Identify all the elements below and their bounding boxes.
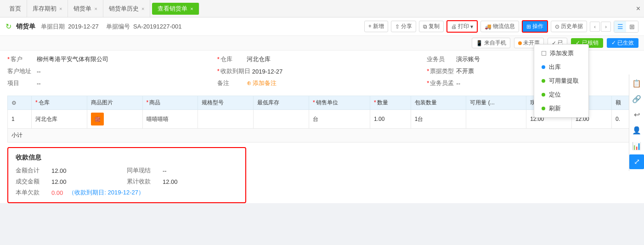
logistics-button-label: 物流信息 (493, 23, 515, 30)
sidebar-icon-link[interactable]: 🔗 (629, 92, 644, 107)
list-view-button[interactable]: ☰ (614, 21, 626, 32)
col-quantity: 数量 (370, 96, 411, 110)
sidebar-icon-user[interactable]: 👤 (629, 123, 644, 138)
dropdown-item-locate[interactable]: 定位 (534, 88, 588, 102)
tab-inventory-init-close[interactable]: × (59, 6, 62, 11)
share-button[interactable]: ⇧ 分享 (391, 21, 416, 32)
meta-date-label: 单据日期 2019-12-27 (41, 23, 99, 31)
new-button[interactable]: + 新增 (364, 21, 388, 32)
toolbar: ↻ 销货单 单据日期 2019-12-27 单据编号 SA-20191227-0… (0, 17, 644, 36)
mobile-button-label: 来自手机 (484, 39, 506, 47)
cumulative-payment-value: 12.00 (163, 178, 178, 185)
operations-button[interactable]: ⊞ 操作 (522, 20, 548, 33)
nav-arrows: ‹ › (590, 22, 611, 32)
settings-icon[interactable]: ⚙ (11, 100, 17, 106)
dropdown-item-available-qty[interactable]: 可用量提取 (534, 74, 588, 88)
doc-meta: 单据日期 2019-12-27 单据编号 SA-20191227-001 (41, 23, 182, 31)
sidebar-icon-clipboard[interactable]: 📋 (629, 76, 644, 91)
col-settings: ⚙ (8, 96, 32, 110)
dropdown-item-refresh[interactable]: 刷新 (534, 102, 588, 115)
operations-dropdown: 添加发票 出库 可用量提取 定位 刷新 (534, 44, 589, 118)
copy-icon: ⧉ (423, 23, 427, 30)
tab-bar: 首页 库存期初 × 销货单 × 销货单历史 × 查看销货单 × × (0, 0, 644, 17)
effective-badge: ✓ 已生效 (607, 38, 638, 48)
due-date-field: 收款到期日 2019-12-27 (217, 67, 427, 75)
window-close-button[interactable]: × (636, 5, 640, 13)
dropdown-item-add-invoice[interactable]: 添加发票 (534, 46, 588, 60)
total-amount-row: 金额合计 12.00 (16, 166, 127, 175)
remark-field: 备注 ⊕ 添加备注 (217, 79, 427, 87)
same-order-settlement-row: 同单现结 -- (127, 166, 238, 175)
add-invoice-label: 添加发票 (550, 49, 574, 57)
due-date-note: （收款到期日: 2019-12-27） (68, 188, 144, 197)
history-icon: ⊙ (555, 23, 559, 30)
summary-section: 收款信息 金额合计 12.00 同单现结 -- 成交金额 12.00 累计收款 … (7, 147, 246, 203)
col-spec: 规格型号 (198, 96, 254, 110)
row-product-img: 🧱 (87, 110, 142, 129)
transaction-amount-label: 成交金额 (16, 177, 48, 186)
address-label: 客户地址 (7, 67, 35, 75)
doc-icon: ↻ (6, 22, 11, 31)
row-min-stock (254, 110, 309, 129)
tab-sales-order-history-label: 销货单历史 (109, 5, 139, 13)
meta-no-label: 单据编号 SA-20191227-001 (106, 23, 182, 31)
add-remark-label: 添加备注 (253, 80, 277, 86)
tab-sales-order-history[interactable]: 销货单历史 × (103, 0, 150, 17)
tab-sales-order-history-close[interactable]: × (141, 6, 144, 11)
total-amount-label: 金额合计 (16, 166, 48, 175)
due-date-value: 2019-12-27 (250, 68, 285, 75)
copy-button[interactable]: ⧉ 复制 (419, 21, 444, 32)
warehouse-value: 河北仓库 (245, 55, 272, 63)
print-button-label: 打印 (458, 23, 469, 30)
effective-badge-label: 已生效 (617, 40, 634, 46)
prev-record-button[interactable]: ‹ (590, 22, 600, 32)
pending-dot-icon (518, 41, 522, 45)
same-order-settlement-label: 同单现结 (127, 166, 159, 175)
sidebar-icon-expand[interactable]: ⤢ (629, 154, 644, 169)
history-button-label: 历史单据 (561, 23, 583, 30)
logistics-button[interactable]: 🚚 物流信息 (480, 21, 519, 32)
mobile-button[interactable]: 📱 来自手机 (472, 38, 510, 48)
due-date-label: 收款到期日 (217, 67, 250, 75)
share-icon: ⇧ (395, 23, 400, 30)
warehouse-field: 仓库 河北仓库 (217, 55, 427, 63)
operations-icon: ⊞ (526, 23, 531, 30)
tab-sales-order[interactable]: 销货单 × (68, 0, 103, 17)
remark-label: 备注 (217, 79, 245, 87)
tab-view-sales-order-label: 查看销货单 (158, 5, 187, 13)
tab-inventory-init[interactable]: 库存期初 × (27, 0, 68, 17)
print-button[interactable]: 🖨 打印 ▾ (446, 20, 478, 33)
print-dropdown-icon: ▾ (470, 23, 473, 30)
next-record-button[interactable]: › (601, 22, 611, 32)
total-amount-value: 12.00 (51, 167, 67, 174)
transaction-amount-value: 12.00 (51, 178, 67, 185)
col-product-img: 商品图片 (87, 96, 142, 110)
subtotal-label: 小计 (8, 129, 637, 142)
row-no: 1 (8, 110, 32, 129)
tab-view-sales-order-close[interactable]: × (190, 6, 193, 11)
dropdown-item-outbound[interactable]: 出库 (534, 60, 588, 74)
tab-home[interactable]: 首页 (4, 0, 27, 17)
tab-view-sales-order[interactable]: 查看销货单 × (152, 3, 199, 15)
sidebar-icon-chart[interactable]: 📊 (629, 139, 644, 154)
locate-icon (542, 93, 545, 97)
row-quantity: 1.00 (370, 110, 411, 129)
effective-icon: ✓ (611, 40, 616, 46)
staff-field: 业务员 演示账号 (427, 55, 637, 63)
add-remark-button[interactable]: ⊕ 添加备注 (245, 79, 279, 87)
col-pack-qty: 包装数量 (411, 96, 466, 110)
grid-view-button[interactable]: ⊞ (626, 21, 638, 32)
sidebar-icon-undo[interactable]: ↩ (629, 108, 644, 122)
ticket-type-field: 票据类型 不开票 (427, 67, 637, 75)
warehouse-label: 仓库 (217, 55, 245, 63)
row-warehouse: 河北仓库 (32, 110, 87, 129)
add-invoice-icon (542, 51, 546, 56)
history-button[interactable]: ⊙ 历史单据 (551, 21, 587, 32)
product-image: 🧱 (91, 113, 104, 125)
customer-label: 客户 (7, 55, 35, 63)
customer-value: 柳州粤港平安气体有限公司 (35, 55, 110, 63)
tab-sales-order-close[interactable]: × (94, 6, 97, 11)
ticket-type-label: 票据类型 (427, 67, 454, 75)
salesperson-value: -- (454, 80, 462, 87)
outbound-icon (542, 65, 545, 69)
